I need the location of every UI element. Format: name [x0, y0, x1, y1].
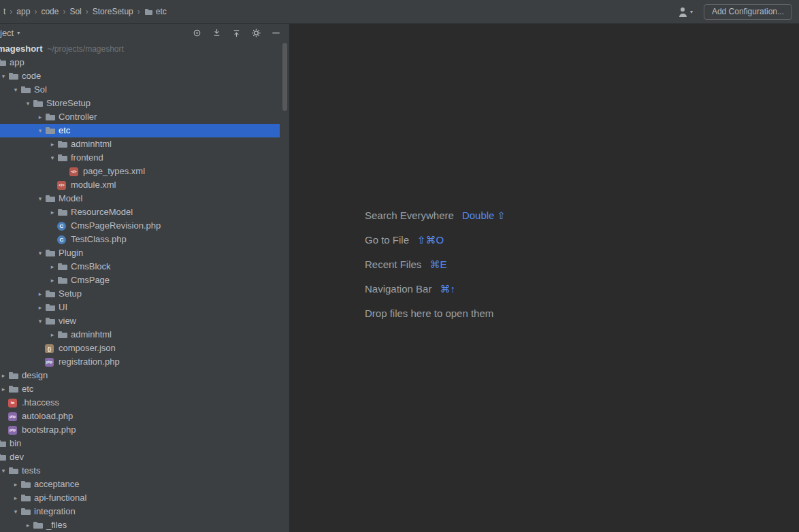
breadcrumb-item[interactable]: Sol [67, 5, 83, 18]
tree-row[interactable]: ▸ _files [0, 518, 289, 532]
tree-toggle-icon[interactable]: ▸ [35, 110, 45, 124]
tree-toggle-icon[interactable]: ▾ [0, 464, 8, 478]
breadcrumb-separator: › [86, 7, 88, 16]
tree-row[interactable]: ▾ view [0, 314, 289, 328]
tree-row[interactable]: ▾ Model [0, 192, 289, 205]
settings-gear-icon[interactable] [250, 28, 261, 39]
tree-item-label: Setup [59, 287, 82, 301]
hide-panel-icon[interactable] [270, 28, 281, 39]
tree-row[interactable]: ▸ adminhtml [0, 137, 289, 151]
tree-row[interactable]: ▾ StoreSetup [0, 97, 289, 110]
breadcrumb-item[interactable]: code [39, 5, 61, 18]
tree-row[interactable]: ▾ integration [0, 505, 289, 518]
folder-icon [45, 125, 56, 136]
tree-row[interactable]: ▸ UI [0, 301, 289, 314]
tree-row[interactable]: ▾ app [0, 56, 289, 69]
folder-icon [33, 98, 44, 109]
tree-toggle-icon[interactable]: ▾ [35, 124, 45, 137]
tree-toggle-icon[interactable]: ▸ [0, 382, 8, 396]
tree-item-label: adminhtml [71, 328, 112, 342]
tree-row[interactable]: ▸ Setup [0, 287, 289, 301]
tree-row[interactable]: ▾ tests [0, 464, 289, 478]
folder-icon [8, 465, 19, 476]
tree-item-label: Plugin [59, 246, 83, 260]
tree-toggle-icon[interactable]: ▾ [11, 83, 20, 97]
tree-row[interactable]: ▸ etc [0, 382, 289, 396]
tree-toggle-icon[interactable]: ▸ [11, 478, 20, 491]
tree-item-label: bootstrap.php [22, 423, 76, 437]
tree-row[interactable]: C CmsPageRevision.php [0, 219, 289, 233]
tree-toggle-icon[interactable]: ▾ [48, 151, 57, 165]
breadcrumb-item[interactable]: StoreSetup [91, 5, 135, 18]
tree-row[interactable]: {} composer.json [0, 342, 289, 355]
tree-toggle-icon[interactable]: ▾ [11, 505, 20, 518]
tree-row[interactable]: ▾ code [0, 69, 289, 83]
folder-icon [45, 288, 56, 299]
user-menu[interactable]: ▾ [678, 7, 693, 17]
folder-icon [20, 84, 31, 95]
collapse-all-icon[interactable] [231, 28, 242, 39]
editor-shortcut-hint: Drop files here to open them [365, 301, 506, 326]
tree-row[interactable]: ▾ Sol [0, 83, 289, 97]
tree-row[interactable]: ht .htaccess [0, 396, 289, 410]
vertical-scrollbar[interactable] [282, 43, 287, 111]
tree-row[interactable]: ▾ dev [0, 450, 289, 464]
folder-icon [57, 261, 68, 272]
tree-toggle-icon[interactable]: ▸ [48, 137, 57, 151]
tree-item-label: Model [59, 192, 82, 205]
tree-row[interactable]: php bootstrap.php [0, 423, 289, 437]
tree-row[interactable]: ▸ bin [0, 437, 289, 450]
tree-row[interactable]: C TestClass.php [0, 233, 289, 246]
tree-item-label: frontend [71, 151, 103, 165]
tree-toggle-icon[interactable]: ▾ [0, 69, 8, 83]
tree-row[interactable]: ▸ CmsBlock [0, 260, 289, 273]
breadcrumb-item[interactable]: etc [142, 5, 169, 18]
tree-toggle-icon[interactable]: ▸ [35, 287, 45, 301]
xml-icon: </> [69, 167, 78, 176]
tree-row[interactable]: php registration.php [0, 355, 289, 369]
add-configuration-button[interactable]: Add Configuration... [704, 4, 792, 20]
tree-item-label: registration.php [59, 355, 120, 369]
tree-row[interactable]: ▸ ResourceModel [0, 205, 289, 219]
locate-file-icon[interactable] [191, 28, 202, 39]
tree-row[interactable]: ▾ frontend [0, 151, 289, 165]
tree-toggle-icon[interactable]: ▸ [48, 273, 57, 287]
tree-row[interactable]: ▸ Controller [0, 110, 289, 124]
tree-item-label: etc [22, 382, 33, 396]
folder-icon [45, 112, 56, 122]
tree-toggle-icon[interactable]: ▾ [23, 97, 33, 110]
project-view-selector[interactable]: ject ▾ [0, 28, 20, 38]
htaccess-icon: ht [8, 399, 17, 408]
breadcrumb-separator: › [10, 7, 12, 16]
breadcrumb-item[interactable]: t [1, 5, 7, 18]
tree-toggle-icon[interactable]: ▾ [35, 314, 45, 328]
tree-toggle-icon[interactable]: ▾ [35, 246, 45, 260]
tree-toggle-icon[interactable]: ▸ [23, 518, 33, 532]
tree-toggle-icon[interactable]: ▸ [48, 205, 57, 219]
tree-row[interactable]: ▾ etc [0, 124, 280, 137]
ide-window: t›app›code›Sol›StoreSetup›etc ▾ Add Conf… [0, 0, 799, 532]
tree-toggle-icon[interactable]: ▸ [48, 260, 57, 273]
tree-item-label: CmsBlock [71, 260, 111, 273]
tree-row[interactable]: ▸ CmsPage [0, 273, 289, 287]
php-icon: php [8, 412, 17, 421]
tree-toggle-icon[interactable]: ▸ [11, 491, 20, 505]
tree-row[interactable]: ▸ adminhtml [0, 328, 289, 342]
tree-toggle-icon[interactable]: ▸ [35, 301, 45, 314]
tree-row[interactable]: </> module.xml [0, 178, 289, 192]
tree-row[interactable]: ▸ design [0, 369, 289, 382]
tree-row[interactable]: </> page_types.xml [0, 165, 289, 178]
tree-row[interactable]: ▾ mageshort ~/projects/mageshort [0, 42, 289, 56]
tree-row[interactable]: ▸ acceptance [0, 478, 289, 491]
tree-row[interactable]: ▾ Plugin [0, 246, 289, 260]
tree-row[interactable]: php autoload.php [0, 410, 289, 423]
editor-area: Search EverywhereDouble ⇧ Go to File⇧⌘O … [290, 24, 799, 532]
folder-icon [57, 207, 68, 218]
tree-toggle-icon[interactable]: ▾ [35, 192, 45, 205]
breadcrumb-item[interactable]: app [14, 5, 32, 18]
tree-toggle-icon[interactable]: ▸ [48, 328, 57, 342]
tree-toggle-icon[interactable]: ▸ [0, 369, 8, 382]
tree-row[interactable]: ▸ api-functional [0, 491, 289, 505]
expand-all-icon[interactable] [211, 28, 222, 39]
tree-item-label: adminhtml [71, 137, 112, 151]
